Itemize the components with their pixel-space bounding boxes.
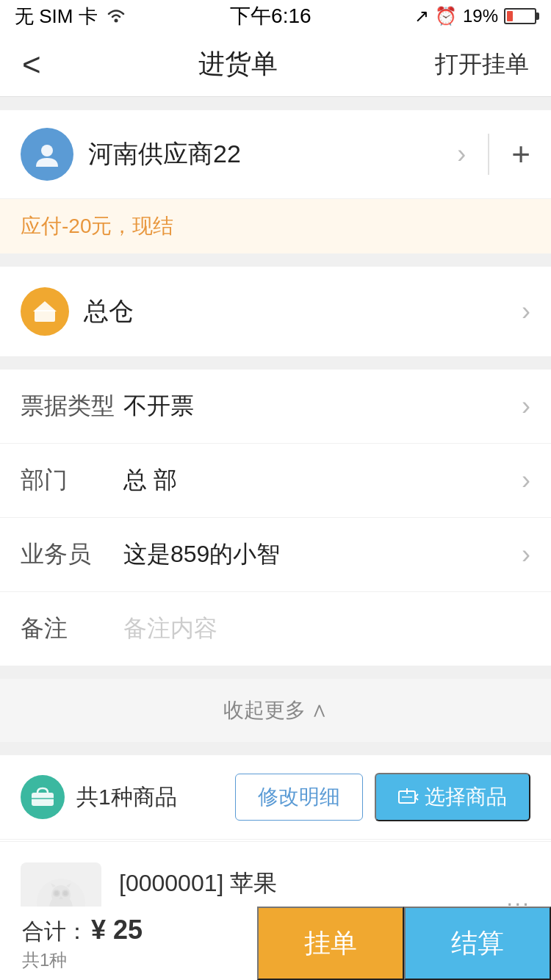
warehouse-card: 总仓 › [0,267,551,356]
back-button[interactable]: < [22,46,41,83]
invoice-chevron-icon: › [522,391,530,422]
carrier-text: 无 SIM 卡 [15,4,98,29]
divider [488,134,489,175]
collapse-bar[interactable]: 收起更多 ∧ [0,679,551,742]
total-count: 共1种 [22,948,235,972]
product-title: 苹果 [230,870,277,896]
warehouse-row[interactable]: 总仓 › [0,267,551,356]
battery-percent: 19% [463,6,498,26]
status-right: ↗ ⏰ 19% [414,6,536,26]
invoice-value: 不开票 [123,390,522,422]
total-label: 合计： [22,917,88,947]
svg-point-17 [54,891,59,896]
supplier-card: 河南供应商22 › + 应付-20元，现结 [0,110,551,253]
remark-input[interactable]: 备注内容 [123,613,530,645]
supplier-avatar [21,128,73,181]
remark-label: 备注 [21,613,123,645]
sales-row[interactable]: 业务员 这是859的小智 › [0,518,551,592]
notice-text: 应付-20元，现结 [21,215,173,237]
product-count: 共1种商品 [76,782,235,813]
invoice-label: 票据类型 [21,390,123,422]
svg-rect-4 [32,793,54,806]
page-title: 进货单 [198,46,278,82]
sales-chevron-icon: › [522,539,530,570]
alarm-icon: ⏰ [435,6,457,26]
checkout-button[interactable]: 结算 [404,907,551,980]
battery-icon [504,8,536,24]
svg-point-18 [63,891,68,896]
add-supplier-button[interactable]: + [511,138,530,170]
nav-bar: < 进货单 打开挂单 [0,32,551,97]
open-hang-button[interactable]: 打开挂单 [435,48,529,81]
bottom-bar: 合计： ¥ 25 共1种 挂单 结算 [0,907,551,980]
department-value: 总 部 [123,464,522,497]
department-row[interactable]: 部门 总 部 › [0,444,551,518]
warehouse-icon [21,287,69,336]
form-card: 票据类型 不开票 › 部门 总 部 › 业务员 这是859的小智 › 备注 备注… [0,370,551,666]
svg-point-1 [41,145,53,156]
svg-marker-3 [33,301,57,311]
total-section: 合计： ¥ 25 共1种 [0,907,257,980]
remark-row[interactable]: 备注 备注内容 [0,592,551,666]
product-icon [21,775,65,819]
collapse-text: 收起更多 ∧ [223,699,328,721]
sales-value: 这是859的小智 [123,538,522,571]
sales-label: 业务员 [21,538,123,571]
status-left: 无 SIM 卡 [15,4,127,29]
svg-point-0 [114,18,118,22]
location-icon: ↗ [414,6,429,26]
notice-bar: 应付-20元，现结 [0,199,551,253]
department-chevron-icon: › [522,465,530,496]
hang-button[interactable]: 挂单 [257,907,404,980]
main-content: 河南供应商22 › + 应付-20元，现结 总仓 › 票据类型 不开票 › [0,110,551,964]
product-name: [0000001] 苹果 [119,868,506,900]
warehouse-chevron-icon: › [522,296,530,327]
supplier-row[interactable]: 河南供应商22 › + [0,110,551,199]
product-code: [0000001] [119,870,230,896]
total-row: 合计： ¥ 25 [22,915,235,947]
invoice-row[interactable]: 票据类型 不开票 › [0,370,551,444]
status-bar: 无 SIM 卡 下午6:16 ↗ ⏰ 19% [0,0,551,32]
select-product-button[interactable]: 选择商品 [375,773,530,821]
product-header: 共1种商品 修改明细 选择商品 [0,755,551,840]
department-label: 部门 [21,464,123,497]
select-product-label: 选择商品 [425,783,507,811]
total-amount: ¥ 25 [91,915,143,945]
time-display: 下午6:16 [230,2,311,30]
warehouse-name: 总仓 [84,295,522,328]
supplier-chevron-icon: › [457,139,466,170]
svg-rect-2 [35,310,55,322]
edit-detail-button[interactable]: 修改明细 [235,774,363,821]
wifi-icon [105,5,127,28]
supplier-name: 河南供应商22 [88,137,457,171]
